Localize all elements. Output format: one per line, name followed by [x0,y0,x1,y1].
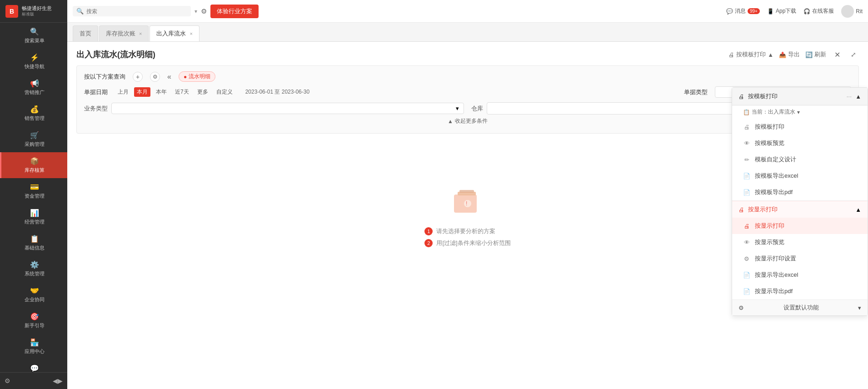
date-btn-this-month[interactable]: 本月 [134,87,150,97]
dropdown-item-template-pdf[interactable]: 📄 按模板导出pdf [732,184,868,200]
template-custom-label: 模板自定义设计 [755,155,796,164]
sidebar-item-system[interactable]: ⚙️ 系统管理 [0,256,67,282]
template-preview-icon: 👁 [743,140,750,147]
date-btn-this-year[interactable]: 本年 [153,87,170,97]
sales-icon: 💰 [30,105,39,114]
date-btn-custom[interactable]: 自定义 [214,87,235,97]
sidebar-item-guide[interactable]: 🎯 新手引导 [0,308,67,334]
tab-home-label: 首页 [80,30,91,38]
dropdown-footer-chevron: ▾ [858,304,861,311]
sidebar-item-wechat[interactable]: 💬 企业微信 [0,359,67,372]
sidebar-item-label: 销售管理 [25,115,45,122]
filter-active-tag[interactable]: ● 流水明细 [179,71,215,82]
sidebar-item-search[interactable]: 🔍 搜索菜单 [0,23,67,49]
appstore-icon: 🏪 [30,338,39,347]
search-dropdown-chevron[interactable]: ▾ [195,8,197,15]
logo-name: 畅捷通好生意 [22,5,52,11]
customer-service-label: 在线客服 [812,7,834,15]
dropdown-item-template-custom[interactable]: ✏ 模板自定义设计 [732,151,868,168]
trial-button[interactable]: 体验行业方案 [210,5,259,18]
dropdown-header: 🖨 按模板打印 ··· ▲ [732,88,868,105]
template-pdf-icon: 📄 [743,189,750,196]
tab-stock-flow[interactable]: 出入库流水 × [150,25,199,41]
sidebar-toggle-icon[interactable]: ◀▶ [53,377,63,384]
user-name: Rit [856,8,863,15]
app-download-btn[interactable]: 📱 App下载 [767,7,796,15]
refresh-btn[interactable]: 🔄 刷新 [805,50,826,59]
dropdown-item-display-preview[interactable]: 👁 按显示预览 [732,234,868,250]
dropdown-item-template-excel[interactable]: 📄 按模板导出excel [732,168,868,184]
sidebar-item-label: 新手引导 [25,322,45,329]
sidebar-item-appstore[interactable]: 🏪 应用中心 [0,334,67,359]
filter-left-collapse-btn[interactable]: « [167,73,171,81]
sidebar-item-operation[interactable]: 📊 经营管理 [0,204,67,230]
display-print-label: 按显示打印 [755,222,784,230]
display-section-text: 按显示打印 [748,205,778,214]
filter-scheme-label: 按以下方案查询 [84,73,125,81]
business-type-select[interactable]: ▾ [111,103,464,114]
filter-tag-icon: ● [184,74,187,80]
dropdown-dots-btn[interactable]: ··· [846,93,852,100]
display-section-icon: 🖨 [738,206,744,213]
sidebar-item-marketing[interactable]: 📢 营销推广 [0,75,67,100]
user-profile-btn[interactable]: Rit [841,5,863,18]
logo-text-block: 畅捷通好生意 标准版 [22,5,52,17]
sidebar-item-coop[interactable]: 🤝 企业协同 [0,282,67,308]
sidebar-item-shortcut[interactable]: ⚡ 快捷导航 [0,49,67,75]
filter-add-button[interactable]: + [133,72,143,82]
dropdown-item-display-excel[interactable]: 📄 按显示导出excel [732,267,868,283]
export-label: 导出 [788,50,800,59]
dropdown-item-template-print[interactable]: 🖨 按模板打印 [732,119,868,135]
notification-label: 消息 [735,7,746,15]
page-close-button[interactable]: ✕ [832,49,843,60]
tabbar: 首页 库存批次账 × 出入库流水 × [67,23,868,42]
sidebar-item-label: 基础信息 [25,244,45,251]
search-icon: 🔍 [30,27,39,36]
business-type-label: 业务类型 [84,105,108,113]
dropdown-chevron-up[interactable]: ▲ [855,93,861,100]
dropdown-footer[interactable]: ⚙ 设置默认功能 ▾ [732,299,868,315]
sidebar-item-finance[interactable]: 💳 资金管理 [0,178,67,204]
template-custom-icon: ✏ [743,156,750,163]
tab-stock-flow-label: 出入库流水 [156,30,186,38]
page-expand-button[interactable]: ⤢ [848,49,859,60]
sidebar-item-sales[interactable]: 💰 销售管理 [0,100,67,126]
dropdown-item-display-settings[interactable]: ⚙ 按显示打印设置 [732,250,868,267]
topbar-gear-icon[interactable]: ⚙ [201,7,207,15]
filter-gear-button[interactable]: ⚙ [150,72,160,82]
date-btn-last-month[interactable]: 上月 [115,87,131,97]
sidebar-item-label: 快捷导航 [25,63,45,70]
tab-inventory-batch-close[interactable]: × [139,31,142,36]
sidebar-item-inventory[interactable]: 📦 库存核算 [0,152,67,178]
sidebar-item-purchase[interactable]: 🛒 采购管理 [0,126,67,152]
settings-icon[interactable]: ⚙ [5,377,10,384]
display-pdf-label: 按显示导出pdf [755,287,793,295]
tab-home[interactable]: 首页 [73,25,98,41]
display-section-header[interactable]: 🖨 按显示打印 ▲ [732,201,868,218]
display-pdf-icon: 📄 [743,288,750,295]
print-template-btn[interactable]: 🖨 按模板打印 ▲ [728,50,773,59]
dropdown-item-display-print[interactable]: 🖨 按显示打印 [732,218,868,234]
search-input[interactable] [86,8,187,15]
export-btn[interactable]: 📤 导出 [779,50,800,59]
topbar-search-box[interactable]: 🔍 [73,6,191,16]
display-section-label: 🖨 按显示打印 [738,205,778,214]
notification-icon: 💬 [726,8,733,15]
app-download-label: App下载 [776,7,796,15]
date-btn-more[interactable]: 更多 [195,87,211,97]
system-icon: ⚙️ [30,260,39,269]
dropdown-item-template-preview[interactable]: 👁 按模板预览 [732,135,868,151]
tab-inventory-batch[interactable]: 库存批次账 × [99,25,149,41]
empty-step-2: 2 用[过滤]条件来缩小分析范围 [424,239,510,247]
tab-stock-flow-close[interactable]: × [190,31,192,36]
empty-step-1: 1 请先选择要分析的方案 [424,227,510,235]
sidebar-nav: 🔍 搜索菜单 ⚡ 快捷导航 📢 营销推广 💰 销售管理 🛒 采购管理 📦 库存核… [0,23,67,372]
date-btn-7days[interactable]: 近7天 [172,87,192,97]
dropdown-item-display-pdf[interactable]: 📄 按显示导出pdf [732,283,868,299]
notification-btn[interactable]: 💬 消息 99+ [726,7,760,15]
date-field-label: 单据日期 [84,88,108,96]
sidebar-bottom: ⚙ ◀▶ [0,372,67,389]
sidebar-item-basic[interactable]: 📋 基础信息 [0,230,67,256]
topbar-right-actions: 💬 消息 99+ 📱 App下载 🎧 在线客服 Rit [726,5,863,18]
customer-service-btn[interactable]: 🎧 在线客服 [803,7,834,15]
